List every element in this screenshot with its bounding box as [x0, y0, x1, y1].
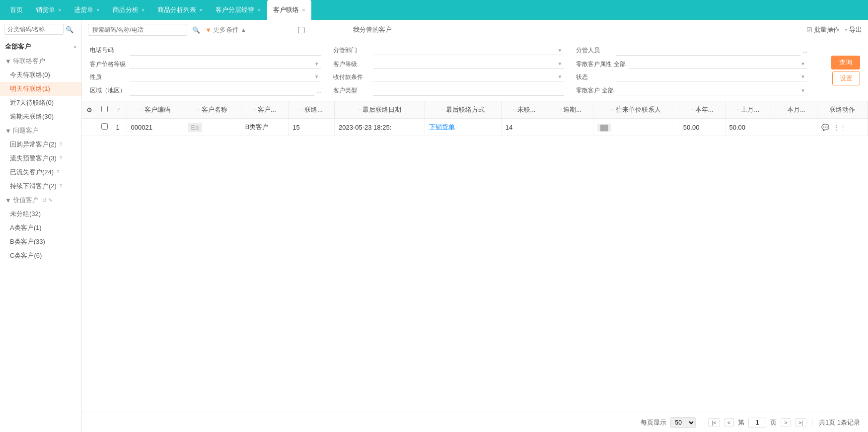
filter-input-region[interactable]: [130, 85, 314, 96]
filter-label-customer-level: 客户等级: [333, 60, 373, 69]
cell-last-contact-date: 2023-05-23 18:25:: [334, 119, 425, 136]
nav-sales[interactable]: 销货单 ×: [30, 0, 67, 20]
row-checkbox[interactable]: [101, 123, 108, 130]
my-customers-checkbox[interactable]: [252, 27, 351, 33]
page-suffix: 页: [770, 418, 777, 427]
main-search-button[interactable]: 🔍: [192, 26, 200, 34]
last-page-button[interactable]: >|: [795, 418, 806, 427]
sidebar-item-tomorrow[interactable]: 明天待联络(1): [0, 82, 81, 96]
per-page-select[interactable]: 50 100 200: [670, 417, 696, 428]
sidebar-group-pending[interactable]: ▼ 待联络客户: [0, 54, 81, 68]
total-records: 共1页 1条记录: [819, 418, 860, 427]
query-button[interactable]: 查询: [831, 56, 860, 70]
export-button[interactable]: ↑ 导出: [845, 25, 863, 34]
my-customers-checkbox-label[interactable]: 我分管的客户: [252, 25, 392, 34]
nav-customer-contact-close[interactable]: ×: [302, 7, 305, 13]
sidebar: 🔍 全部客户 « ▼ 待联络客户 今天待联络(0) 明天待联络(1) 近7天待联…: [0, 20, 82, 432]
sidebar-item-class-c[interactable]: C类客户(6): [0, 249, 81, 263]
nav-purchase[interactable]: 进货单 ×: [68, 0, 105, 20]
filter-dots-region[interactable]: ...: [316, 87, 321, 94]
filter-select-retail-attr[interactable]: ▼: [629, 60, 807, 69]
nav-product-analysis[interactable]: 商品分析 ×: [107, 0, 150, 20]
prev-page-button[interactable]: <: [724, 418, 734, 427]
filter-row-3: 性质 ▼ 收付款条件 ▼: [90, 72, 807, 81]
caret-status-icon: ▼: [800, 74, 805, 79]
filter-label-customer-type: 客户类型: [333, 86, 373, 95]
nav-customer-contact[interactable]: 客户联络 ×: [267, 0, 311, 20]
filter-input-manager[interactable]: [616, 45, 800, 56]
nav-product-analysis-close[interactable]: ×: [142, 7, 145, 13]
filter-select-status[interactable]: ▼: [616, 72, 807, 81]
filter-cell-payment: 收付款条件 ▼: [333, 72, 565, 81]
filter-cell-phone: 电话号码: [90, 45, 321, 56]
sidebar-item-declining[interactable]: 持续下滑客户(2) ?: [0, 179, 81, 193]
triangle-icon3: ▼: [5, 197, 11, 204]
main-layout: 🔍 全部客户 « ▼ 待联络客户 今天待联络(0) 明天待联络(1) 近7天待联…: [0, 20, 868, 432]
nav-customer-layer[interactable]: 客户分层经营 ×: [210, 0, 266, 20]
filter-dots-manager[interactable]: ...: [802, 47, 807, 54]
cell-checkbox: [97, 119, 112, 136]
cell-this-month: [771, 119, 817, 136]
col-settings[interactable]: ⚙: [82, 101, 97, 119]
filter-label-price-level: 客户价格等级: [90, 60, 130, 69]
select-all-checkbox[interactable]: [101, 106, 108, 112]
filter-cell-region: 区域（地区） ...: [90, 85, 321, 96]
cell-this-year: 50.00: [679, 119, 725, 136]
sidebar-search-area: 🔍: [0, 20, 81, 39]
nav-customer-layer-close[interactable]: ×: [257, 7, 260, 13]
sidebar-item-unclassified[interactable]: 未分组(32): [0, 207, 81, 221]
filter-cell-nature: 性质 ▼: [90, 72, 321, 81]
nav-home[interactable]: 首页: [4, 0, 29, 20]
col-type: ≡客户...: [241, 101, 289, 119]
first-page-button[interactable]: |<: [708, 418, 720, 427]
sidebar-item-overdue[interactable]: 逾期未联络(30): [0, 110, 81, 124]
sidebar-search-icon[interactable]: 🔍: [66, 26, 73, 33]
next-page-button[interactable]: >: [781, 418, 791, 427]
nav-sales-close[interactable]: ×: [58, 7, 61, 13]
sidebar-item-class-b[interactable]: B类客户(33): [0, 235, 81, 249]
nav-product-analysis-list-close[interactable]: ×: [199, 7, 202, 13]
sidebar-all-customers[interactable]: 全部客户 «: [0, 39, 81, 54]
nav-product-analysis-list[interactable]: 商品分析列表 ×: [151, 0, 208, 20]
checkbox-icon: ☑: [806, 26, 812, 34]
filter-select-customer-level[interactable]: ▼: [373, 60, 565, 69]
filter-select-payment[interactable]: ▼: [373, 72, 565, 81]
search-bar: 🔍 ▼ 更多条件 ▲ 我分管的客户 ☑ 批量操作 ↑ 导出: [82, 20, 868, 40]
customer-table: ⚙ # ≡客户编码 ≡客户名称 ≡客户... ≡联络... ≡最后联络日期 ≡最…: [82, 101, 868, 136]
more-conditions-button[interactable]: ▼ 更多条件 ▲: [205, 25, 247, 34]
filter-input-customer-type[interactable]: [373, 85, 565, 96]
sidebar-group-problem[interactable]: ▼ 问题客户: [0, 124, 81, 138]
triangle-icon: ▼: [5, 58, 11, 65]
filter-select-price-level[interactable]: ▼: [130, 60, 321, 69]
contact-method-link[interactable]: 下销货单: [429, 123, 455, 131]
batch-ops-button[interactable]: ☑ 批量操作: [806, 25, 840, 34]
sidebar-item-class-a[interactable]: A类客户(1): [0, 221, 81, 235]
filter-select-retail-customer[interactable]: ▼: [617, 86, 807, 95]
per-page-label: 每页显示: [641, 418, 666, 427]
nav-purchase-close[interactable]: ×: [96, 7, 99, 13]
sidebar-item-lost[interactable]: 已流失客户(24) ?: [0, 165, 81, 179]
action-icons: 💬 ⋮⋮: [821, 124, 864, 131]
sidebar-item-today[interactable]: 今天待联络(0): [0, 68, 81, 82]
comment-icon[interactable]: 💬: [821, 124, 829, 131]
sidebar-item-repurchase-anomaly[interactable]: 回购异常客户(2) ?: [0, 138, 81, 151]
filter-label-payment: 收付款条件: [333, 73, 373, 81]
sidebar-collapse-icon[interactable]: «: [73, 44, 76, 50]
filter-label-dept: 分管部门: [333, 46, 373, 55]
sidebar-search-input[interactable]: [4, 24, 64, 35]
page-input[interactable]: [748, 418, 766, 428]
filter-input-phone[interactable]: [130, 45, 321, 56]
filter-select-dept[interactable]: ▼: [373, 46, 565, 55]
settings-button[interactable]: 设置: [832, 72, 860, 85]
col-last-month: ≡上月...: [725, 101, 771, 119]
filter-cell-retail-customer: 零散客户 全部 ▼: [576, 86, 807, 95]
main-search-input[interactable]: [88, 24, 187, 36]
col-last-contact-date: ≡最后联络日期: [334, 101, 425, 119]
filter-select-nature[interactable]: ▼: [130, 72, 321, 81]
sidebar-group-value[interactable]: ▼ 价值客户 ↺ ✎: [0, 193, 81, 207]
sidebar-item-churn-risk[interactable]: 流失预警客户(3) ?: [0, 151, 81, 165]
filter-label-retail-attr: 零散客户属性 全部: [576, 60, 628, 69]
col-this-year: ≡本年...: [679, 101, 725, 119]
sidebar-item-7days[interactable]: 近7天待联络(0): [0, 96, 81, 110]
grid-icon[interactable]: ⋮⋮: [833, 124, 846, 131]
